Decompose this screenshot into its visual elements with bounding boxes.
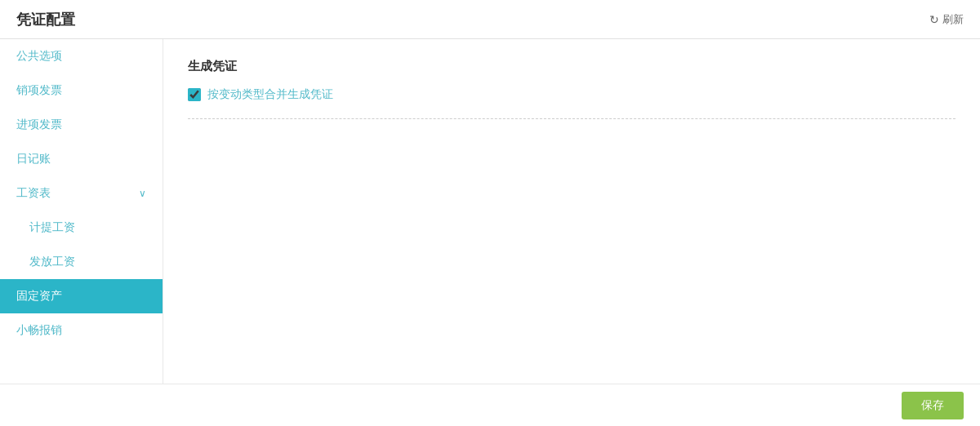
sidebar-item-journal-label: 日记账 <box>16 152 51 166</box>
sidebar-item-pay-payroll[interactable]: 发放工资 <box>0 245 163 279</box>
sidebar-item-public-label: 公共选项 <box>16 49 62 64</box>
sidebar-item-public[interactable]: 公共选项 <box>0 39 163 73</box>
merge-voucher-row: 按变动类型合并生成凭证 <box>188 87 956 102</box>
sidebar-item-pay-payroll-label: 发放工资 <box>29 255 75 269</box>
sidebar-item-fixed-assets[interactable]: 固定资产 <box>0 279 163 313</box>
footer: 保存 <box>0 384 980 426</box>
main-container: 公共选项 销项发票 进项发票 日记账 工资表 ∨ 计提工资 发放工资 固定资产 … <box>0 39 980 384</box>
sidebar-item-payroll[interactable]: 工资表 ∨ <box>0 176 163 211</box>
refresh-icon: ↻ <box>929 13 939 26</box>
chevron-down-icon: ∨ <box>139 188 146 199</box>
merge-voucher-label[interactable]: 按变动类型合并生成凭证 <box>207 87 333 102</box>
content-area: 生成凭证 按变动类型合并生成凭证 <box>163 39 980 384</box>
save-button[interactable]: 保存 <box>902 392 964 419</box>
sidebar-item-sales-invoice-label: 销项发票 <box>16 83 62 98</box>
sidebar-item-journal[interactable]: 日记账 <box>0 142 163 176</box>
sidebar-item-payroll-label: 工资表 <box>16 186 51 201</box>
sidebar-item-fixed-assets-label: 固定资产 <box>16 289 62 304</box>
sidebar-item-calc-payroll-label: 计提工资 <box>29 220 75 235</box>
sidebar-item-sales-invoice[interactable]: 销项发票 <box>0 73 163 108</box>
section-title: 生成凭证 <box>188 59 956 74</box>
refresh-label: 刷新 <box>942 12 964 27</box>
sidebar-item-expense-report-label: 小畅报销 <box>16 323 62 338</box>
sidebar-item-expense-report[interactable]: 小畅报销 <box>0 313 163 348</box>
sidebar-item-purchase-invoice[interactable]: 进项发票 <box>0 108 163 142</box>
refresh-button[interactable]: ↻ 刷新 <box>929 12 964 27</box>
merge-voucher-checkbox[interactable] <box>188 88 201 101</box>
sidebar: 公共选项 销项发票 进项发票 日记账 工资表 ∨ 计提工资 发放工资 固定资产 … <box>0 39 163 384</box>
page-title: 凭证配置 <box>16 10 75 29</box>
header: 凭证配置 ↻ 刷新 <box>0 0 980 39</box>
sidebar-item-purchase-invoice-label: 进项发票 <box>16 118 62 132</box>
sidebar-item-calc-payroll[interactable]: 计提工资 <box>0 211 163 245</box>
section-divider <box>188 118 956 119</box>
